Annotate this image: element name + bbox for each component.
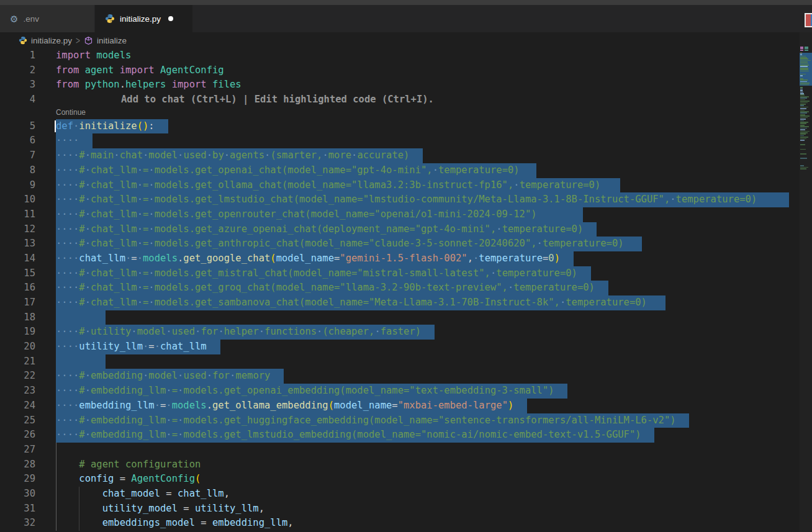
code-line[interactable]: 17····#·chat_llm·=·models.get_sambanova_… [0, 295, 800, 310]
editor-action-icon[interactable] [805, 13, 812, 27]
tab-label: initialize.py [120, 14, 161, 24]
code-line[interactable]: 11····#·chat_llm·=·models.get_openrouter… [0, 207, 800, 222]
minimap-block [800, 105, 804, 106]
minimap-block [800, 66, 808, 67]
code-line[interactable]: 24····embedding_llm·=·models.get_ollama_… [0, 399, 800, 413]
line-number: 2 [0, 63, 35, 78]
minimap-block [800, 102, 808, 104]
code-text: ····#·chat_llm·=·models.get_lmstudio_cha… [56, 192, 757, 207]
minimap-block [800, 158, 807, 159]
code-line[interactable]: 14····chat_llm·=·models.get_google_chat(… [0, 251, 800, 266]
line-number: 29 [0, 472, 35, 487]
minimap-block [800, 87, 803, 88]
code-text: ···· [56, 133, 79, 148]
line-number: 5 [0, 119, 35, 134]
code-line[interactable]: 9····#·chat_llm·=·models.get_ollama_chat… [0, 178, 800, 193]
line-number: 26 [0, 428, 35, 443]
code-line[interactable]: 23····#·embedding_llm·=·models.get_opena… [0, 384, 800, 399]
modified-dot-icon[interactable] [168, 16, 173, 21]
minimap-block [800, 75, 803, 76]
minimap-block [800, 114, 805, 115]
code-line[interactable]: 28 # agent configuration [0, 458, 800, 472]
code-line[interactable]: 3from python.helpers import files [0, 78, 800, 92]
code-line[interactable]: 16····#·chat_llm·=·models.get_groq_chat(… [0, 281, 800, 295]
minimap-block [800, 97, 807, 99]
line-number: 7 [0, 148, 35, 163]
minimap-block [800, 81, 807, 83]
minimap-block [800, 128, 807, 129]
line-number: 4 [0, 92, 35, 107]
code-line[interactable]: 21 [0, 354, 800, 369]
line-number: 6 [0, 133, 35, 148]
tab-label: .env [23, 14, 39, 24]
code-line[interactable]: 1import models [0, 48, 800, 63]
minimap-block [800, 168, 806, 169]
minimap-block [800, 93, 804, 94]
minimap-block [800, 107, 808, 108]
tab-env[interactable]: ⚙ .env [0, 5, 94, 32]
code-line[interactable]: 12····#·chat_llm·=·models.get_azure_open… [0, 222, 800, 237]
minimap-block [800, 94, 805, 96]
code-text: utility_model = utility_llm, [56, 502, 264, 516]
code-line[interactable]: 30 chat_model = chat_llm, [0, 487, 800, 502]
code-text: ····#·utility·model·used·for·helper·func… [56, 325, 421, 340]
code-line[interactable]: 10····#·chat_llm·=·models.get_lmstudio_c… [0, 192, 800, 207]
line-number: 19 [0, 325, 35, 340]
code-line[interactable]: 26····#·embedding_llm·=·models.get_lmstu… [0, 428, 800, 443]
breadcrumb: initialize.py > initialize [0, 32, 812, 48]
python-icon [105, 14, 115, 24]
indent-guide [56, 443, 56, 458]
code-line[interactable]: 4Add to chat (Ctrl+L) | Edit highlighted… [0, 92, 800, 107]
minimap-block [800, 135, 804, 137]
code-text: def·initialize(): [56, 119, 155, 134]
code-line[interactable]: 27 [0, 443, 800, 458]
code-line[interactable]: 7····#·main·chat·model·used·by·agents·(s… [0, 148, 800, 163]
breadcrumb-symbol[interactable]: initialize [97, 36, 127, 45]
tab-initialize-py[interactable]: initialize.py [95, 5, 192, 32]
line-number: 18 [0, 310, 35, 325]
code-line[interactable]: 5def·initialize(): [0, 119, 800, 134]
code-line[interactable]: 29 config = AgentConfig( [0, 472, 800, 487]
code-line[interactable]: 8····#·chat_llm·=·models.get_openai_chat… [0, 163, 800, 178]
minimap-block [800, 119, 806, 120]
minimap-block [800, 71, 809, 72]
code-line[interactable]: 32 embeddings_model = embedding_llm, [0, 516, 800, 531]
minimap-block [800, 69, 808, 70]
minimap-block [800, 68, 808, 69]
codelens-continue[interactable]: Continue [56, 107, 86, 118]
line-number: 32 [0, 516, 35, 531]
line-number: 24 [0, 399, 35, 413]
minimap-block [800, 132, 808, 133]
code-line[interactable]: 18 [0, 310, 800, 325]
chevron-right-icon: > [76, 34, 80, 47]
code-line[interactable]: 15····#·chat_llm·=·models.get_mistral_ch… [0, 266, 800, 281]
code-line[interactable]: 13····#·chat_llm·=·models.get_anthropic_… [0, 237, 800, 251]
code-line[interactable]: 6···· [0, 133, 800, 148]
minimap[interactable] [800, 32, 812, 532]
code-text: embeddings_model = embedding_llm, [56, 516, 294, 531]
minimap-block [800, 48, 803, 49]
code-text: ····#·chat_llm·=·models.get_ollama_chat(… [56, 178, 600, 193]
line-number: 27 [0, 443, 35, 458]
inline-chat-hint[interactable]: Add to chat (Ctrl+L) | Edit highlighted … [121, 92, 434, 107]
text-cursor [55, 120, 56, 132]
code-line[interactable]: 31 utility_model = utility_llm, [0, 502, 800, 516]
code-line[interactable]: 25····#·embedding_llm·=·models.get_huggi… [0, 413, 800, 428]
code-line[interactable]: 19····#·utility·model·used·for·helper·fu… [0, 325, 800, 340]
line-number: 13 [0, 237, 35, 251]
breadcrumb-file[interactable]: initialize.py [31, 36, 72, 45]
code-text: ····utility_llm·=·chat_llm [56, 340, 207, 354]
minimap-block [800, 129, 805, 130]
code-editor[interactable]: 1import models2from agent import AgentCo… [0, 48, 800, 531]
line-number: 20 [0, 340, 35, 354]
minimap-block [800, 126, 809, 127]
code-line[interactable]: 22····#·embedding·model·used·for·memory [0, 369, 800, 384]
code-text: ····#·chat_llm·=·models.get_sambanova_ch… [56, 295, 647, 310]
code-text: ····embedding_llm·=·models.get_ollama_em… [56, 399, 513, 413]
minimap-block [800, 112, 807, 114]
symbol-class-icon [84, 36, 93, 45]
code-line[interactable]: 2from agent import AgentConfig [0, 63, 800, 78]
minimap-block [805, 50, 808, 51]
code-text: ····#·chat_llm·=·models.get_openai_chat(… [56, 163, 520, 178]
code-line[interactable]: 20····utility_llm·=·chat_llm [0, 340, 800, 354]
